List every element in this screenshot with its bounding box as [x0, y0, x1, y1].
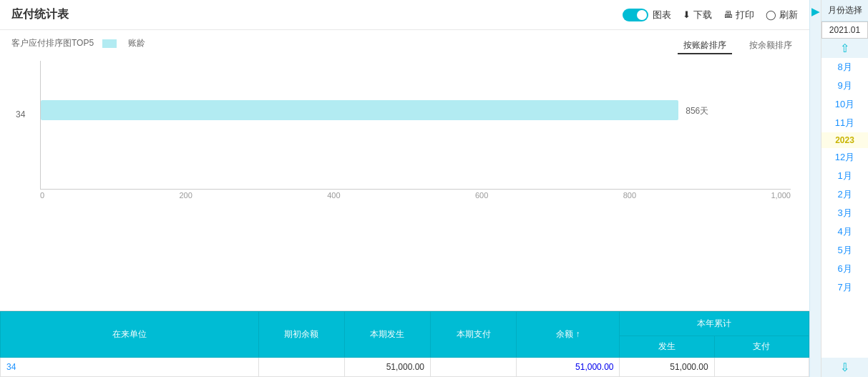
cell-year-occur: 51,000.00	[620, 358, 714, 377]
x-label-800: 800	[623, 191, 636, 200]
bar-right-label: 856天	[686, 105, 708, 117]
chart-controls: 按账龄排序 按余额排序	[678, 38, 798, 54]
sidebar-scroll-down-button[interactable]: ⇩	[821, 358, 868, 377]
data-table: 在来单位 期初余额 本期发生 本期支付 余额 ↑ 本年累计 发生 支付 34 5…	[0, 311, 809, 377]
table-section: 在来单位 期初余额 本期发生 本期支付 余额 ↑ 本年累计 发生 支付 34 5…	[0, 310, 809, 377]
cell-period-occur: 51,000.00	[344, 358, 430, 377]
download-icon: ⬇	[683, 9, 691, 20]
sidebar: 月份选择 ⇧ 8月9月10月11月202312月1月2月3月4月5月6月7月 ⇩	[821, 0, 868, 377]
chart-toggle[interactable]	[623, 9, 648, 21]
sidebar-month-item[interactable]: 7月	[821, 278, 868, 297]
sidebar-year-marker: 2023	[821, 132, 868, 148]
print-label: 打印	[736, 9, 754, 21]
col-unit-header: 在来单位	[1, 312, 259, 358]
col-occur-header: 发生	[620, 336, 714, 358]
sidebar-month-item[interactable]: 2月	[821, 185, 868, 204]
x-label-200: 200	[180, 191, 192, 200]
sidebar-month-item[interactable]: 8月	[821, 58, 868, 77]
x-label-0: 0	[40, 191, 44, 200]
refresh-label: 刷新	[779, 9, 798, 21]
col-pay-header: 支付	[714, 336, 809, 358]
cell-balance: 51,000.00	[517, 358, 620, 377]
table-header-top: 在来单位 期初余额 本期发生 本期支付 余额 ↑ 本年累计	[1, 312, 809, 336]
sidebar-month-item[interactable]: 4月	[821, 222, 868, 241]
sidebar-month-item[interactable]: 11月	[821, 114, 868, 132]
sidebar-title: 月份选择	[821, 0, 868, 21]
sidebar-months: 8月9月10月11月202312月1月2月3月4月5月6月7月	[821, 58, 868, 358]
page-header: 应付统计表 图表 ⬇ 下载 🖶 打印 ◯ 刷新	[0, 0, 809, 30]
collapse-arrow-icon: ▶	[811, 6, 819, 17]
legend-title: 客户应付排序图TOP5	[11, 37, 94, 49]
toggle-label: 图表	[653, 9, 671, 21]
refresh-icon: ◯	[766, 9, 776, 20]
legend-color-box	[102, 39, 117, 48]
chart-bar	[41, 100, 678, 120]
legend-label: 账龄	[128, 37, 145, 49]
col-balance-header: 余额 ↑	[517, 312, 620, 358]
col-year-acc-header: 本年累计	[620, 312, 809, 336]
download-button[interactable]: ⬇ 下载	[683, 9, 712, 21]
sidebar-month-item[interactable]: 9月	[821, 77, 868, 95]
table-body: 34 51,000.00 51,000.00 51,000.00	[1, 358, 809, 377]
header-actions: 图表 ⬇ 下载 🖶 打印 ◯ 刷新	[623, 9, 798, 21]
print-button[interactable]: 🖶 打印	[723, 9, 754, 21]
sidebar-collapse-button[interactable]: ▶	[809, 0, 821, 377]
sidebar-month-item[interactable]: 12月	[821, 148, 868, 167]
chart-toggle-wrap: 图表	[623, 9, 671, 21]
sidebar-month-item[interactable]: 6月	[821, 260, 868, 278]
col-period-pay-header: 本期支付	[431, 312, 517, 358]
sidebar-month-item[interactable]: 5月	[821, 241, 868, 260]
cell-unit[interactable]: 34	[1, 358, 259, 377]
cell-year-pay	[714, 358, 809, 377]
x-label-400: 400	[327, 191, 340, 200]
col-period-occur-header: 本期发生	[344, 312, 430, 358]
sidebar-date-input[interactable]	[821, 21, 868, 39]
sidebar-main: 月份选择 ⇧ 8月9月10月11月202312月1月2月3月4月5月6月7月 ⇩	[821, 0, 868, 377]
download-label: 下载	[693, 9, 712, 21]
sidebar-month-item[interactable]: 3月	[821, 204, 868, 222]
sort-by-balance-button[interactable]: 按余额排序	[743, 38, 798, 54]
cell-period-pay	[431, 358, 517, 377]
refresh-button[interactable]: ◯ 刷新	[766, 9, 798, 21]
sidebar-scroll-up-button[interactable]: ⇧	[821, 39, 868, 58]
chart-legend-row: 客户应付排序图TOP5 账龄 按账龄排序 按余额排序	[11, 37, 798, 55]
chart-section: 客户应付排序图TOP5 账龄 按账龄排序 按余额排序 34 856天 0	[0, 30, 809, 310]
x-label-600: 600	[475, 191, 488, 200]
cell-period-balance	[258, 358, 344, 377]
y-label: 34	[16, 109, 25, 119]
page-title: 应付统计表	[11, 7, 623, 22]
chart-legend: 客户应付排序图TOP5 账龄	[11, 37, 145, 49]
sidebar-month-item[interactable]: 1月	[821, 167, 868, 185]
sidebar-month-item[interactable]: 10月	[821, 95, 868, 114]
x-label-1000: 1,000	[771, 191, 791, 200]
print-icon: 🖶	[723, 9, 733, 20]
col-period-balance-header: 期初余额	[258, 312, 344, 358]
x-axis: 0 200 400 600 800 1,000	[40, 191, 791, 200]
table-row: 34 51,000.00 51,000.00 51,000.00	[1, 358, 809, 377]
sort-by-amount-button[interactable]: 按账龄排序	[678, 38, 732, 54]
